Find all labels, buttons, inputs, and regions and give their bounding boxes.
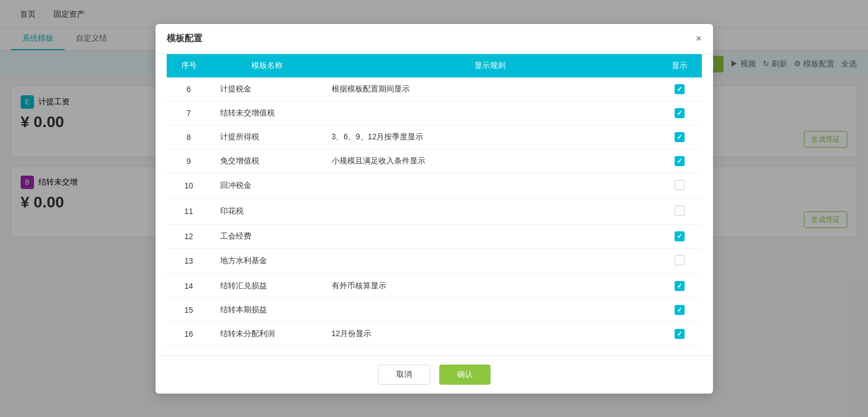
row-id: 16 bbox=[167, 322, 211, 346]
config-table: 序号 模板名称 显示规则 显示 6计提税金根据模板配置期间显示7结转未交增值税8… bbox=[167, 54, 702, 346]
row-rule bbox=[323, 224, 657, 248]
row-id: 8 bbox=[167, 125, 211, 149]
row-checkbox[interactable] bbox=[675, 84, 685, 94]
row-checkbox[interactable] bbox=[675, 108, 685, 118]
col-header-display: 显示 bbox=[657, 54, 702, 77]
confirm-button[interactable]: 确认 bbox=[439, 365, 491, 385]
modal-title: 模板配置 bbox=[167, 33, 202, 45]
row-checkbox[interactable] bbox=[675, 305, 685, 315]
row-checkbox-cell[interactable] bbox=[657, 125, 702, 149]
row-checkbox[interactable] bbox=[675, 281, 685, 291]
row-name: 计提所得税 bbox=[211, 125, 323, 149]
col-header-rule: 显示规则 bbox=[323, 54, 657, 77]
table-row: 15结转本期损益 bbox=[167, 298, 702, 322]
table-row: 8计提所得税3、6、9、12月按季度显示 bbox=[167, 125, 702, 149]
col-header-id: 序号 bbox=[167, 54, 211, 77]
row-checkbox-cell[interactable] bbox=[657, 224, 702, 248]
row-rule bbox=[323, 248, 657, 274]
table-row: 10回冲税金 bbox=[167, 173, 702, 198]
table-row: 9免交增值税小规模且满足收入条件显示 bbox=[167, 149, 702, 173]
row-name: 结转本期损益 bbox=[211, 298, 323, 322]
table-row: 7结转未交增值税 bbox=[167, 101, 702, 125]
row-rule: 小规模且满足收入条件显示 bbox=[323, 149, 657, 173]
row-checkbox[interactable] bbox=[675, 206, 685, 216]
row-rule bbox=[323, 298, 657, 322]
modal-footer: 取消 确认 bbox=[156, 355, 713, 394]
modal-body: 序号 模板名称 显示规则 显示 6计提税金根据模板配置期间显示7结转未交增值税8… bbox=[156, 54, 713, 355]
table-row: 11印花税 bbox=[167, 198, 702, 224]
row-name: 地方水利基金 bbox=[211, 248, 323, 274]
row-id: 9 bbox=[167, 149, 211, 173]
row-checkbox-cell[interactable] bbox=[657, 173, 702, 198]
cancel-button[interactable]: 取消 bbox=[378, 365, 430, 385]
row-id: 11 bbox=[167, 198, 211, 224]
row-id: 7 bbox=[167, 101, 211, 125]
row-name: 结转未交增值税 bbox=[211, 101, 323, 125]
row-rule: 3、6、9、12月按季度显示 bbox=[323, 125, 657, 149]
row-checkbox[interactable] bbox=[675, 231, 685, 241]
row-rule bbox=[323, 101, 657, 125]
row-id: 15 bbox=[167, 298, 211, 322]
table-row: 12工会经费 bbox=[167, 224, 702, 248]
row-checkbox-cell[interactable] bbox=[657, 77, 702, 101]
table-row: 14结转汇兑损益有外币核算显示 bbox=[167, 274, 702, 298]
table-row: 13地方水利基金 bbox=[167, 248, 702, 274]
row-rule: 根据模板配置期间显示 bbox=[323, 77, 657, 101]
row-checkbox-cell[interactable] bbox=[657, 298, 702, 322]
table-row: 6计提税金根据模板配置期间显示 bbox=[167, 77, 702, 101]
row-checkbox-cell[interactable] bbox=[657, 149, 702, 173]
row-checkbox[interactable] bbox=[675, 329, 685, 339]
modal-overlay: 模板配置 × 序号 模板名称 显示规则 显示 6计提税金根据模板配置期间显示7结… bbox=[0, 0, 868, 417]
row-checkbox[interactable] bbox=[675, 255, 685, 265]
row-id: 14 bbox=[167, 274, 211, 298]
row-checkbox-cell[interactable] bbox=[657, 248, 702, 274]
row-rule: 12月份显示 bbox=[323, 322, 657, 346]
row-id: 12 bbox=[167, 224, 211, 248]
row-rule bbox=[323, 198, 657, 224]
col-header-name: 模板名称 bbox=[211, 54, 323, 77]
row-id: 10 bbox=[167, 173, 211, 198]
row-name: 免交增值税 bbox=[211, 149, 323, 173]
row-name: 结转未分配利润 bbox=[211, 322, 323, 346]
modal-close-button[interactable]: × bbox=[696, 33, 702, 43]
row-id: 13 bbox=[167, 248, 211, 274]
modal-header: 模板配置 × bbox=[156, 24, 713, 54]
row-checkbox-cell[interactable] bbox=[657, 274, 702, 298]
row-rule: 有外币核算显示 bbox=[323, 274, 657, 298]
table-row: 16结转未分配利润12月份显示 bbox=[167, 322, 702, 346]
modal-template-config: 模板配置 × 序号 模板名称 显示规则 显示 6计提税金根据模板配置期间显示7结… bbox=[156, 24, 713, 394]
row-checkbox-cell[interactable] bbox=[657, 101, 702, 125]
row-checkbox-cell[interactable] bbox=[657, 198, 702, 224]
row-name: 印花税 bbox=[211, 198, 323, 224]
row-checkbox[interactable] bbox=[675, 156, 685, 166]
row-name: 结转汇兑损益 bbox=[211, 274, 323, 298]
row-name: 回冲税金 bbox=[211, 173, 323, 198]
row-id: 6 bbox=[167, 77, 211, 101]
row-checkbox[interactable] bbox=[675, 132, 685, 142]
row-name: 计提税金 bbox=[211, 77, 323, 101]
row-checkbox[interactable] bbox=[675, 180, 685, 190]
row-checkbox-cell[interactable] bbox=[657, 322, 702, 346]
row-name: 工会经费 bbox=[211, 224, 323, 248]
row-rule bbox=[323, 173, 657, 198]
